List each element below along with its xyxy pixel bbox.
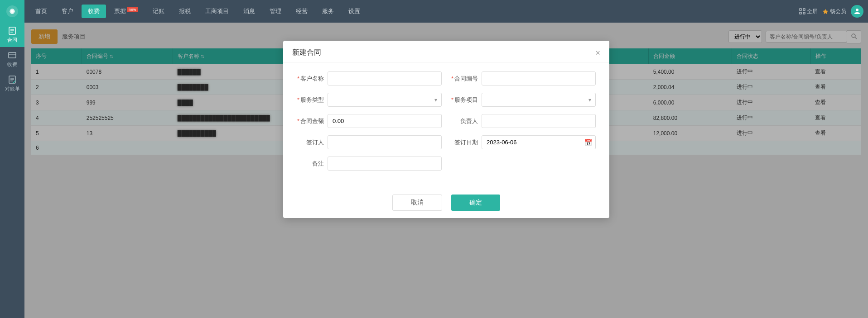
modal-overlay: 新建合同 × *客户名称 *合同编号 bbox=[24, 23, 868, 318]
field-person-in-charge: 负责人 bbox=[451, 114, 596, 128]
signer-label: 签订人 bbox=[297, 138, 324, 147]
service-item-label: *服务项目 bbox=[451, 96, 478, 104]
svg-rect-14 bbox=[800, 12, 801, 14]
contract-amount-label: *合同金额 bbox=[297, 117, 324, 125]
content-area: 新增 服务项目 进行中 已完成 已终止 全部 bbox=[24, 23, 868, 318]
nav-operation[interactable]: 经营 bbox=[289, 5, 314, 18]
field-sign-date: 签订日期 📅 bbox=[451, 135, 596, 149]
modal-footer: 取消 确定 bbox=[283, 187, 609, 218]
sidebar-item-reconcile-label: 对账单 bbox=[5, 85, 20, 92]
svg-point-1 bbox=[11, 10, 14, 13]
svg-point-17 bbox=[856, 9, 858, 11]
nav-home[interactable]: 首页 bbox=[29, 5, 53, 18]
sign-date-input[interactable] bbox=[482, 135, 596, 149]
nav-invoice[interactable]: 收费 bbox=[82, 5, 106, 18]
nav-customer[interactable]: 客户 bbox=[55, 5, 80, 18]
notes-label: 备注 bbox=[297, 160, 324, 168]
field-notes: 备注 bbox=[297, 157, 442, 171]
sidebar-item-reconcile[interactable]: 对账单 bbox=[0, 71, 24, 96]
nav-manage[interactable]: 管理 bbox=[263, 5, 288, 18]
form-row-4: 签订人 签订日期 📅 bbox=[297, 135, 596, 149]
nav-bookkeeping[interactable]: 记账 bbox=[146, 5, 171, 18]
field-contract-no: *合同编号 bbox=[451, 71, 596, 85]
modal-close-button[interactable]: × bbox=[595, 49, 600, 57]
customer-name-input[interactable] bbox=[328, 71, 442, 85]
person-in-charge-label: 负责人 bbox=[451, 117, 478, 125]
service-item-select-wrapper bbox=[482, 93, 596, 107]
confirm-button[interactable]: 确定 bbox=[451, 195, 500, 211]
nav-settings[interactable]: 设置 bbox=[342, 5, 366, 18]
service-type-select-wrapper bbox=[328, 93, 442, 107]
new-badge: new bbox=[127, 7, 138, 12]
user-avatar[interactable] bbox=[851, 5, 863, 18]
person-in-charge-input[interactable] bbox=[482, 114, 596, 128]
customer-name-label: *客户名称 bbox=[297, 75, 324, 83]
svg-rect-13 bbox=[803, 9, 805, 10]
form-row-3: *合同金额 负责人 bbox=[297, 114, 596, 128]
topnav-right: 全屏 畅会员 bbox=[799, 5, 863, 18]
notes-input[interactable] bbox=[328, 157, 442, 171]
contract-amount-input[interactable] bbox=[328, 114, 442, 128]
field-service-type: *服务类型 bbox=[297, 93, 442, 107]
service-type-select[interactable] bbox=[328, 93, 442, 107]
sidebar-item-contract-label: 合同 bbox=[7, 37, 17, 43]
service-type-label: *服务类型 bbox=[297, 96, 324, 104]
svg-rect-15 bbox=[803, 12, 805, 14]
sign-date-label: 签订日期 bbox=[451, 138, 478, 147]
fullscreen-btn[interactable]: 全屏 bbox=[799, 8, 818, 15]
nav-service[interactable]: 服务 bbox=[316, 5, 340, 18]
new-contract-modal: 新建合同 × *客户名称 *合同编号 bbox=[283, 41, 609, 218]
service-item-select[interactable] bbox=[482, 93, 596, 107]
nav-ticket[interactable]: 票据new bbox=[108, 4, 145, 18]
signer-input[interactable] bbox=[328, 135, 442, 149]
field-signer: 签订人 bbox=[297, 135, 442, 149]
modal-header: 新建合同 × bbox=[283, 41, 609, 62]
form-row-5: 备注 bbox=[297, 157, 596, 171]
nav-tax[interactable]: 报税 bbox=[173, 5, 197, 18]
svg-rect-12 bbox=[800, 9, 801, 10]
main-area: 首页 客户 收费 票据new 记账 报税 工商项目 消息 管理 经营 服务 设置… bbox=[24, 0, 868, 318]
nav-message[interactable]: 消息 bbox=[237, 5, 261, 18]
calendar-icon[interactable]: 📅 bbox=[584, 139, 592, 146]
contract-no-input[interactable] bbox=[482, 71, 596, 85]
member-btn[interactable]: 畅会员 bbox=[822, 8, 846, 15]
sign-date-wrapper: 📅 bbox=[482, 135, 596, 149]
contract-no-label: *合同编号 bbox=[451, 75, 478, 83]
sidebar-item-receivable[interactable]: 收费 bbox=[0, 47, 24, 71]
sidebar-item-receivable-label: 收费 bbox=[7, 61, 17, 68]
modal-title: 新建合同 bbox=[292, 48, 321, 57]
field-service-item: *服务项目 bbox=[451, 93, 596, 107]
nav-business[interactable]: 工商项目 bbox=[199, 5, 235, 18]
sidebar: 合同 收费 对账单 bbox=[0, 0, 24, 318]
svg-marker-16 bbox=[823, 9, 828, 14]
field-contract-amount: *合同金额 bbox=[297, 114, 442, 128]
sidebar-item-contract[interactable]: 合同 bbox=[0, 23, 24, 47]
topnav: 首页 客户 收费 票据new 记账 报税 工商项目 消息 管理 经营 服务 设置… bbox=[24, 0, 868, 23]
form-row-1: *客户名称 *合同编号 bbox=[297, 71, 596, 85]
app-logo[interactable] bbox=[0, 0, 24, 23]
cancel-button[interactable]: 取消 bbox=[392, 195, 442, 211]
field-customer-name: *客户名称 bbox=[297, 71, 442, 85]
svg-rect-6 bbox=[9, 52, 16, 58]
modal-body: *客户名称 *合同编号 bbox=[283, 62, 609, 187]
form-row-2: *服务类型 *服务项目 bbox=[297, 93, 596, 107]
